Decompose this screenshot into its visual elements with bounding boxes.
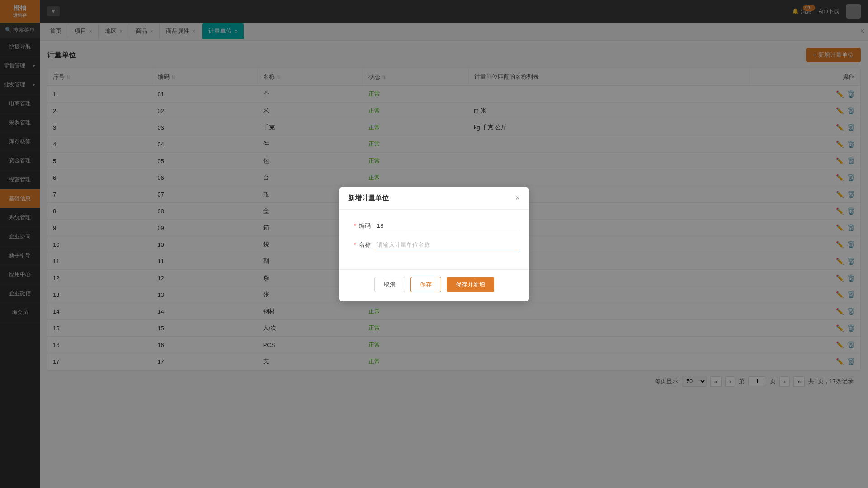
modal-header: 新增计量单位 × [339, 187, 529, 210]
required-star-name: * [354, 241, 356, 248]
form-row-code: * 编码 [348, 221, 520, 231]
modal-overlay: 新增计量单位 × * 编码 * 名称 取消 保存 保存并新增 [0, 0, 868, 488]
modal-footer: 取消 保存 保存并新增 [339, 269, 529, 301]
modal-body: * 编码 * 名称 [339, 210, 529, 269]
cancel-button[interactable]: 取消 [374, 277, 405, 292]
add-unit-modal: 新增计量单位 × * 编码 * 名称 取消 保存 保存并新增 [339, 187, 529, 301]
modal-close-button[interactable]: × [515, 193, 520, 203]
required-star: * [354, 222, 356, 229]
form-row-name: * 名称 [348, 239, 520, 250]
save-and-add-button[interactable]: 保存并新增 [447, 277, 494, 292]
modal-title: 新增计量单位 [348, 194, 389, 202]
form-code-label: * 编码 [348, 222, 375, 230]
form-code-input[interactable] [375, 221, 520, 231]
form-name-label: * 名称 [348, 241, 375, 249]
form-name-input[interactable] [375, 239, 520, 250]
save-button[interactable]: 保存 [410, 277, 441, 292]
